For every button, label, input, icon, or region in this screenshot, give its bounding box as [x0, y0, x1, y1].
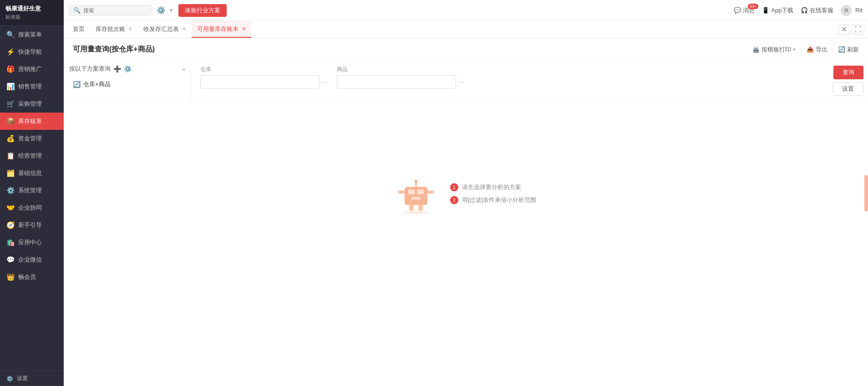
sidebar-item-label: 资金管理	[18, 134, 42, 143]
sidebar-item-label: 库存核算	[18, 117, 42, 125]
sidebar-item-sales[interactable]: 📊 销售管理	[0, 78, 64, 95]
export-button[interactable]: 📤 导出	[807, 46, 827, 54]
sidebar-logo: 畅康通好生意 标准版	[0, 0, 64, 26]
product-input[interactable]	[337, 75, 456, 89]
sidebar-item-label: 搜索菜单	[18, 31, 42, 39]
sidebar: 畅康通好生意 标准版 🔍 搜索菜单 ⚡ 快捷导航 🎁 营销推广 📊 销售管理 🛒…	[0, 0, 64, 386]
sidebar-item-label: 快捷导航	[18, 48, 42, 56]
sidebar-item-newbie[interactable]: 🧭 新手引导	[0, 216, 64, 234]
sidebar-item-label: 经营管理	[18, 152, 42, 160]
svg-rect-0	[405, 187, 427, 205]
sidebar-item-shortcut[interactable]: ⚡ 快捷导航	[0, 43, 64, 61]
empty-tip-2: 2 用[过滤]条件来缩小分析范围	[450, 196, 536, 204]
field-warehouse: 仓库 ···	[200, 66, 328, 89]
tabs-bar: 首页 库存批次账 ✕ 收发存汇总表 ✕ 可用量库存账本 ✕ ✕ ⛶	[64, 21, 868, 38]
search-input[interactable]	[83, 7, 142, 14]
right-scroll-bar[interactable]	[864, 175, 868, 211]
scheme-add-button[interactable]: ➕	[113, 65, 121, 72]
topbar-gear-icon[interactable]: ⚙️	[157, 6, 166, 15]
message-icon: 💬	[734, 7, 741, 14]
query-fields: 仓库 ··· 商品 ···	[191, 59, 832, 102]
tip-text-2: 用[过滤]条件来缩小分析范围	[462, 196, 536, 204]
settings-button[interactable]: 设置	[832, 82, 863, 96]
tip-num-1: 1	[450, 183, 458, 191]
sidebar-item-purchase[interactable]: 🛒 采购管理	[0, 95, 64, 113]
member-icon: 👑	[6, 273, 15, 281]
operation-icon: 📋	[6, 152, 15, 160]
sidebar-item-system[interactable]: ⚙️ 系统管理	[0, 182, 64, 199]
basic-icon: 🗂️	[6, 169, 15, 177]
sidebar-item-wechat[interactable]: 💬 企业微信	[0, 251, 64, 268]
sidebar-item-label: 营销推广	[18, 65, 42, 73]
search-icon: 🔍	[6, 31, 15, 39]
empty-state: 1 请先选择要分析的方案 2 用[过滤]条件来缩小分析范围	[64, 103, 868, 276]
sales-icon: 📊	[6, 82, 15, 91]
sidebar-item-label: 畅会员	[18, 273, 36, 281]
scheme-item-warehouse-product[interactable]: 🔄 仓库+商品	[69, 77, 185, 91]
warehouse-input[interactable]	[200, 75, 320, 89]
topbar-right: 💬 99+ 消息 📱 App下载 🎧 在线客服 R Rit	[734, 5, 863, 16]
sidebar-item-operation[interactable]: 📋 经营管理	[0, 147, 64, 165]
message-button[interactable]: 💬 99+ 消息	[734, 6, 755, 15]
print-template-button[interactable]: 🖨️ 按模板打印 ▾	[752, 46, 796, 54]
tab-available-ledger[interactable]: 可用量库存账本 ✕	[192, 21, 251, 38]
warehouse-more-button[interactable]: ···	[322, 78, 328, 86]
tab-receive-summary[interactable]: 收发存汇总表 ✕	[138, 21, 192, 38]
query-area: 按以下方案查询 ➕ ⚙️ « 🔄 仓库+商品 仓库	[64, 59, 868, 103]
svg-point-10	[403, 211, 429, 214]
page-inner: 可用量查询(按仓库+商品) 🖨️ 按模板打印 ▾ | 📤 导出 | 🔄	[64, 38, 868, 386]
tab-home[interactable]: 首页	[67, 21, 90, 38]
scheme-item-label: 仓库+商品	[83, 80, 111, 88]
sidebar-item-basic[interactable]: 🗂️ 基础信息	[0, 165, 64, 182]
sidebar-bottom[interactable]: ⚙️ 设置	[0, 371, 64, 386]
sidebar-item-search[interactable]: 🔍 搜索菜单	[0, 26, 64, 43]
sidebar-item-label: 销售管理	[18, 82, 42, 91]
scheme-collapse-button[interactable]: «	[182, 66, 185, 72]
warehouse-input-row: ···	[200, 75, 328, 89]
tab-close-available-ledger[interactable]: ✕	[242, 26, 246, 32]
svg-point-5	[415, 180, 417, 183]
sidebar-item-appstore[interactable]: 🛍️ 应用中心	[0, 234, 64, 251]
appstore-icon: 🛍️	[6, 238, 15, 247]
system-icon: ⚙️	[6, 186, 15, 195]
query-buttons: 查询 设置	[832, 59, 868, 102]
topbar-dropdown-icon[interactable]: ▾	[169, 6, 173, 15]
print-icon: 🖨️	[752, 46, 760, 53]
tab-batch-ledger-label: 库存批次账	[96, 25, 125, 33]
tip-text-1: 请先选择要分析的方案	[462, 183, 521, 191]
tab-batch-ledger[interactable]: 库存批次账 ✕	[90, 21, 138, 38]
tab-close-receive-summary[interactable]: ✕	[182, 26, 186, 32]
sidebar-item-marketing[interactable]: 🎁 营销推广	[0, 61, 64, 78]
tab-close-batch-ledger[interactable]: ✕	[128, 26, 132, 32]
sidebar-item-capital[interactable]: 💰 资金管理	[0, 130, 64, 147]
app-download-button[interactable]: 📱 App下载	[762, 6, 793, 15]
scheme-settings-button[interactable]: ⚙️	[124, 65, 132, 72]
product-label: 商品	[337, 66, 464, 73]
topbar-search-box[interactable]: 🔍	[69, 5, 151, 15]
export-icon: 📤	[807, 46, 814, 53]
page-content: 可用量查询(按仓库+商品) 🖨️ 按模板打印 ▾ | 📤 导出 | 🔄	[64, 38, 868, 386]
query-button[interactable]: 查询	[833, 66, 863, 79]
industry-solution-button[interactable]: 体验行业方案	[178, 4, 227, 17]
robot-svg	[396, 173, 437, 214]
sidebar-item-enterprise[interactable]: 🤝 企业协同	[0, 199, 64, 216]
tab-available-ledger-label: 可用量库存账本	[197, 25, 239, 33]
headset-icon: 🎧	[801, 7, 808, 14]
svg-rect-2	[417, 190, 424, 194]
online-service-button[interactable]: 🎧 在线客服	[801, 6, 833, 15]
refresh-button[interactable]: 🔄 刷新	[838, 46, 859, 54]
dropdown-icon[interactable]: ▾	[793, 46, 796, 52]
tabs-expand-button[interactable]: ⛶	[852, 25, 864, 35]
sidebar-item-label: 基础信息	[18, 169, 42, 177]
sidebar-item-inventory[interactable]: 📦 库存核算	[0, 113, 64, 130]
svg-rect-9	[418, 205, 423, 211]
sidebar-item-label: 采购管理	[18, 100, 42, 108]
tabs-close-all-button[interactable]: ✕	[838, 25, 850, 35]
product-more-button[interactable]: ···	[459, 78, 464, 86]
user-menu[interactable]: R Rit	[841, 5, 863, 16]
app-name: 畅康通好生意	[5, 5, 58, 13]
inventory-icon: 📦	[6, 117, 15, 125]
sidebar-item-member[interactable]: 👑 畅会员	[0, 268, 64, 286]
sidebar-item-label: 应用中心	[18, 238, 42, 247]
wechat-icon: 💬	[6, 256, 15, 264]
